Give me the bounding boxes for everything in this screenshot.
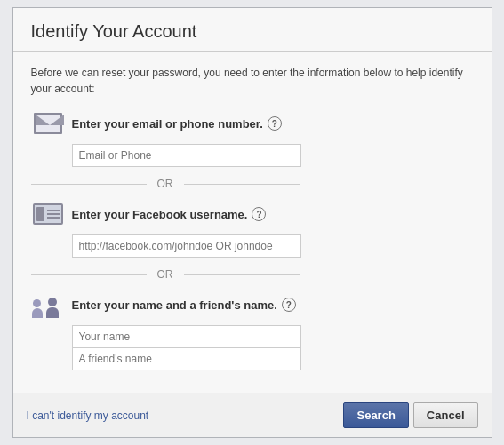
name-section: Enter your name and a friend's name. ? xyxy=(31,291,474,370)
name-input-group xyxy=(72,325,474,370)
email-help-icon[interactable]: ? xyxy=(268,116,282,131)
id-card-line-3 xyxy=(47,217,60,219)
username-section-label: Enter your Facebook username. xyxy=(72,208,248,221)
divider-text-2: OR xyxy=(147,268,184,281)
identify-account-dialog: Identify Your Account Before we can rese… xyxy=(12,7,492,438)
email-phone-input[interactable] xyxy=(72,144,301,167)
divider-line-right-1 xyxy=(184,184,300,185)
name-section-header: Enter your name and a friend's name. ? xyxy=(31,291,474,318)
person-1-body xyxy=(46,307,59,318)
divider-1: OR xyxy=(31,178,474,190)
footer-buttons: Search Cancel xyxy=(343,402,477,428)
id-card-line-2 xyxy=(47,213,60,215)
person-2-body xyxy=(32,308,43,318)
username-section: Enter your Facebook username. ? xyxy=(31,201,474,258)
divider-2: OR xyxy=(31,268,474,281)
username-section-header: Enter your Facebook username. ? xyxy=(31,201,474,227)
dialog-footer: I can't identify my account Search Cance… xyxy=(13,393,492,437)
person-1 xyxy=(46,298,59,318)
name-input-section xyxy=(72,325,474,370)
id-card-lines xyxy=(47,210,60,219)
envelope-icon-container xyxy=(31,110,65,137)
username-input-section xyxy=(72,234,474,258)
dialog-title: Identify Your Account xyxy=(31,21,474,42)
id-card-icon xyxy=(33,203,63,225)
person-1-head xyxy=(48,298,57,306)
your-name-input[interactable] xyxy=(72,325,301,347)
search-button[interactable]: Search xyxy=(343,402,408,428)
divider-line-right-2 xyxy=(184,274,300,275)
divider-line-left-1 xyxy=(31,184,147,185)
person-2-head xyxy=(33,299,41,307)
username-help-icon[interactable]: ? xyxy=(252,207,266,221)
people-icon xyxy=(32,291,64,318)
person-2 xyxy=(32,299,43,318)
people-icon-container xyxy=(31,291,65,318)
dialog-body: Before we can reset your password, you n… xyxy=(13,52,492,393)
envelope-icon xyxy=(34,113,62,134)
cant-identify-link[interactable]: I can't identify my account xyxy=(27,409,149,422)
cancel-button[interactable]: Cancel xyxy=(413,402,478,428)
divider-line-left-2 xyxy=(31,274,147,275)
name-section-label: Enter your name and a friend's name. xyxy=(72,298,277,312)
username-input[interactable] xyxy=(72,234,301,258)
id-card-icon-container xyxy=(31,201,65,227)
dialog-header: Identify Your Account xyxy=(13,8,492,52)
email-input-section xyxy=(72,144,474,167)
intro-text: Before we can reset your password, you n… xyxy=(31,65,474,97)
email-section: Enter your email or phone number. ? xyxy=(31,110,474,167)
id-card-photo xyxy=(36,207,44,221)
id-card-line-1 xyxy=(47,210,60,211)
email-section-label: Enter your email or phone number. xyxy=(72,117,263,131)
friend-name-input[interactable] xyxy=(72,347,301,370)
email-section-header: Enter your email or phone number. ? xyxy=(31,110,474,137)
name-help-icon[interactable]: ? xyxy=(282,298,296,312)
divider-text-1: OR xyxy=(147,178,184,190)
